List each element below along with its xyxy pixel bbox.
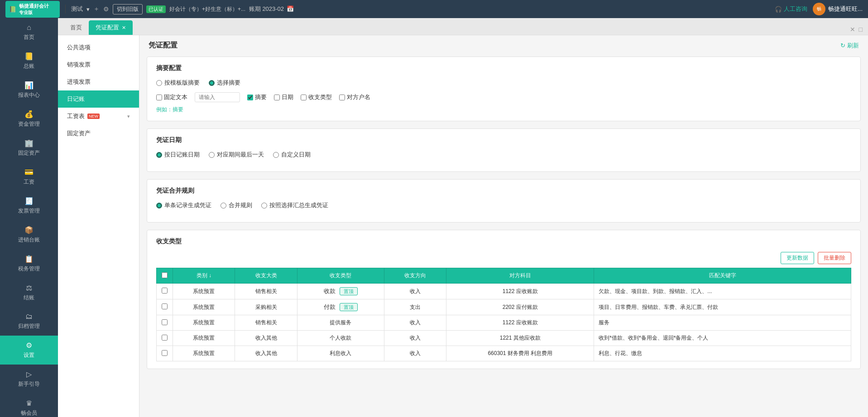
company-dropdown[interactable]: ▾ [86,6,90,13]
sidebar-item-ledger[interactable]: 📒 总账 [0,47,58,76]
checkbox-fixed-text-input[interactable] [156,95,162,100]
row1-checkbox-cell[interactable] [157,299,173,315]
sidebar-item-settlement[interactable]: ⚖ 结账 [0,278,58,307]
row3-checkbox-cell[interactable] [157,331,173,346]
row4-checkbox[interactable] [162,350,168,356]
radio-single[interactable]: 单条记录生成凭证 [156,201,211,209]
select-all-checkbox[interactable] [162,272,168,278]
left-nav-purchase-invoice[interactable]: 进项发票 [58,73,139,90]
left-nav-daily-ledger[interactable]: 日记账 [58,90,139,108]
radio-by-journal[interactable]: 按日记账日期 [156,151,200,159]
sidebar-item-purchase-sales[interactable]: 📦 进销台账 [0,220,58,249]
sidebar-item-member[interactable]: ♛ 畅会员 [0,393,58,417]
calendar-icon[interactable]: 📅 [287,5,294,12]
window-maximize-btn[interactable]: □ [859,26,863,33]
checkbox-income-type-input[interactable] [301,95,307,100]
row0-checkbox-cell[interactable] [157,284,173,299]
row4-checkbox-cell[interactable] [157,346,173,361]
refresh-icon: ↻ [840,42,845,49]
checkbox-date[interactable]: 日期 [274,93,293,101]
row2-checkbox-cell[interactable] [157,315,173,331]
left-nav-sales-invoice[interactable]: 销项发票 [58,56,139,73]
row3-checkbox[interactable] [162,335,168,341]
add-icon[interactable]: ＋ [93,5,100,13]
radio-custom-date[interactable]: 自定义日期 [273,151,311,159]
radio-custom-date-input[interactable] [273,152,279,158]
left-nav-payroll[interactable]: 工资表 NEW ▾ [58,108,139,125]
row4-category: 系统预置 [173,346,235,361]
radio-period-last[interactable]: 对应期间最后一天 [209,151,264,159]
checkbox-fixed-text[interactable]: 固定文本 [156,93,187,101]
sidebar-item-fixed-asset[interactable]: 🏢 固定资产 [0,133,58,162]
th-category[interactable]: 类别 ↓ [173,268,235,284]
sidebar-label-home: 首页 [24,33,34,41]
income-expense-section: 收支类型 更新数据 批量删除 类别 ↓ 收支大类 [147,230,861,369]
sidebar-item-newbie[interactable]: ▷ 新手引导 [0,365,58,393]
sidebar-item-tax[interactable]: 📋 税务管理 [0,249,58,278]
window-close-btn[interactable]: ✕ [850,26,855,33]
th-checkbox[interactable] [157,268,173,284]
row1-subject: 2202 应付账款 [446,299,594,315]
switch-old-btn[interactable]: 切到旧版 [113,4,143,14]
batch-delete-btn[interactable]: 批量删除 [818,252,851,264]
row1-income-type: 付款 置顶 [297,299,384,315]
row0-major-type: 销售相关 [235,284,297,299]
row1-top-badge[interactable]: 置顶 [340,303,358,311]
user-info[interactable]: 畅 畅捷通旺旺... [813,3,863,15]
tab-voucher-config[interactable]: 凭证配置 ✕ [89,20,133,35]
th-direction: 收支方向 [384,268,446,284]
row0-top-badge[interactable]: 置顶 [340,287,358,295]
table-row: 系统预置 收入其他 利息收入 收入 660301 财务费用 利息费用 利息、行花… [157,346,851,361]
row3-keywords: 收到*借款、收到*备用金、退回*备用金、个人 [594,331,851,346]
tab-home[interactable]: 首页 [63,20,89,35]
radio-by-template[interactable]: 按模板版摘要 [156,79,200,87]
row2-direction: 收入 [384,315,446,331]
radio-by-selection[interactable]: 按照选择汇总生成凭证 [261,201,328,209]
row0-income-type-text: 收款 [324,288,336,294]
radio-period-last-input[interactable] [209,152,215,158]
sidebar-item-report[interactable]: 📊 报表中心 [0,76,58,104]
sidebar-item-fund[interactable]: 💰 资金管理 [0,104,58,133]
sidebar-item-salary[interactable]: 💳 工资 [0,162,58,191]
row2-checkbox[interactable] [162,319,168,325]
checkbox-date-input[interactable] [274,95,280,100]
sidebar-item-archive[interactable]: 🗂 归档管理 [0,307,58,336]
main-layout: ⌂ 首页 📒 总账 📊 报表中心 💰 资金管理 🏢 固定资产 💳 工资 🧾 发票… [0,18,868,417]
row0-checkbox[interactable] [162,288,168,294]
left-nav-public[interactable]: 公共选项 [58,39,139,56]
left-nav-purchase-label: 进项发票 [67,78,91,86]
consult-btn[interactable]: 🎧 人工咨询 [775,5,807,13]
radio-by-journal-input[interactable] [156,152,162,158]
tab-close-btn[interactable]: ✕ [122,25,126,31]
sidebar-item-settings[interactable]: ⚙ 设置 [0,336,58,365]
checkbox-income-type[interactable]: 收支类型 [301,93,332,101]
radio-by-selection-input[interactable] [261,203,267,208]
sidebar-item-home[interactable]: ⌂ 首页 [0,18,58,47]
checkbox-counterparty-input[interactable] [339,95,345,100]
example-text: 例如：摘要 [156,106,851,114]
report-icon: 📊 [24,81,34,90]
row2-income-type: 提供服务 [297,315,384,331]
sidebar-label-member: 畅会员 [21,409,37,417]
radio-merge[interactable]: 合并规则 [221,201,252,209]
th-subject: 对方科目 [446,268,594,284]
radio-by-template-input[interactable] [156,80,162,86]
fixed-text-input[interactable] [195,92,240,102]
radio-select-summary-input[interactable] [209,80,215,86]
radio-merge-input[interactable] [221,203,226,208]
checkbox-summary-input[interactable] [247,95,253,100]
update-data-btn[interactable]: 更新数据 [781,252,814,264]
company-name[interactable]: 测试 [71,5,83,13]
checkbox-summary[interactable]: 摘要 [247,93,267,101]
sidebar-item-invoice-mgmt[interactable]: 🧾 发票管理 [0,191,58,220]
radio-select-summary[interactable]: 选择摘要 [209,79,240,87]
radio-single-input[interactable] [156,203,162,208]
row0-keywords: 欠款、现金、项目款、到款、报销款、汇入、... [594,284,851,299]
row3-subject: 1221 其他应收款 [446,331,594,346]
settings-icon[interactable]: ⚙ [103,5,109,13]
left-nav-fixed-asset[interactable]: 固定资产 [58,125,139,142]
row1-checkbox[interactable] [162,303,168,309]
refresh-btn[interactable]: ↻ 刷新 [840,42,859,50]
username: 畅捷通旺旺... [828,5,863,13]
checkbox-counterparty[interactable]: 对方户名 [339,93,370,101]
